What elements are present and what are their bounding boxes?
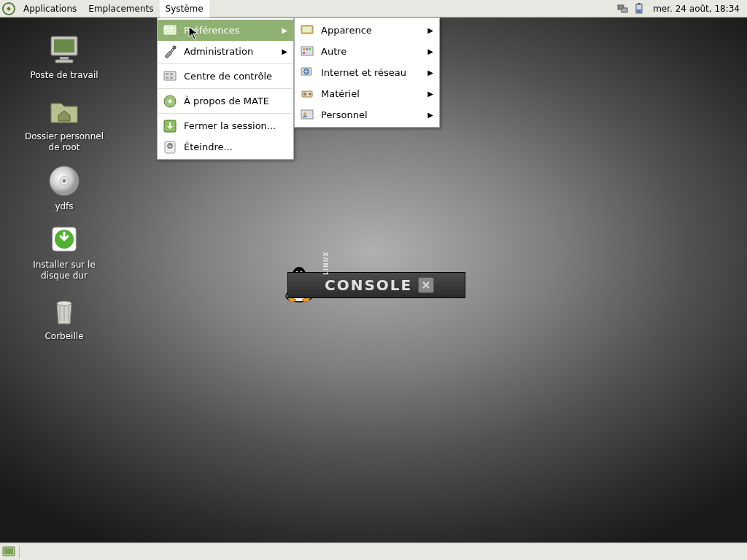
menu-separator <box>158 113 293 114</box>
preferences-submenu: Apparence ▶ Autre ▶ Internet et réseau ▶… <box>294 18 440 128</box>
internet-icon <box>299 65 315 81</box>
prefs-hardware[interactable]: Matériel ▶ <box>295 83 439 104</box>
svg-rect-7 <box>166 27 169 29</box>
svg-rect-23 <box>306 48 308 50</box>
wallpaper-strip: LINUX CONSOLE <box>287 272 465 298</box>
svg-rect-14 <box>170 77 173 79</box>
system-menu-control-center[interactable]: Centre de contrôle <box>158 66 293 87</box>
svg-rect-13 <box>166 77 169 79</box>
submenu-arrow-icon: ▶ <box>427 90 433 98</box>
menu-applications[interactable]: Applications <box>18 0 82 18</box>
svg-rect-35 <box>60 57 69 60</box>
clock-text: mer. 24 août, 18:34 <box>653 4 740 14</box>
desktop-icon-trash[interactable]: Corbeille <box>20 293 108 342</box>
logout-label: Fermer la session... <box>184 120 287 131</box>
preferences-icon <box>162 23 178 39</box>
preferences-label: Préférences <box>184 25 270 36</box>
svg-point-9 <box>173 46 176 49</box>
prefs-personal[interactable]: Personnel ▶ <box>295 104 439 125</box>
battery-icon[interactable] <box>632 2 646 15</box>
submenu-arrow-icon: ▶ <box>282 47 287 55</box>
svg-rect-22 <box>303 48 305 50</box>
appearance-icon <box>299 23 315 39</box>
desktop-icon-install[interactable]: Installer sur le disque dur <box>20 222 108 281</box>
install-label: Installer sur le disque dur <box>20 260 108 281</box>
panel-separator <box>19 545 20 559</box>
menu-separator <box>158 88 293 89</box>
about-mate-label: À propos de MATE <box>184 96 287 106</box>
system-menu-logout[interactable]: Fermer la session... <box>158 115 293 136</box>
panel-clock[interactable]: mer. 24 août, 18:34 <box>649 4 744 14</box>
trash-icon <box>47 293 82 328</box>
system-menu-shutdown[interactable]: Éteindre... <box>158 136 293 158</box>
computer-label: Poste de travail <box>20 70 108 81</box>
menu-places-label: Emplacements <box>88 4 153 14</box>
disc-icon <box>47 163 82 198</box>
desktop-icon-ydfs[interactable]: ydfs <box>20 163 108 212</box>
submenu-arrow-icon: ▶ <box>427 111 433 119</box>
prefs-internet[interactable]: Internet et réseau ▶ <box>295 62 439 83</box>
menu-system[interactable]: Système <box>160 0 209 18</box>
top-panel: Applications Emplacements Système mer. 2… <box>0 0 747 18</box>
menu-places[interactable]: Emplacements <box>82 0 159 18</box>
svg-rect-34 <box>54 39 74 52</box>
personal-label: Personnel <box>321 109 416 120</box>
svg-rect-5 <box>637 9 641 12</box>
other-label: Autre <box>321 46 416 57</box>
svg-rect-12 <box>170 73 173 75</box>
show-desktop-button[interactable] <box>0 543 18 561</box>
home-folder-icon <box>47 93 82 128</box>
desktop-icon-home[interactable]: Dossier personnel de root <box>20 93 108 153</box>
ydfs-label: ydfs <box>20 201 108 212</box>
internet-label: Internet et réseau <box>321 67 416 78</box>
hardware-label: Matériel <box>321 88 416 99</box>
administration-label: Administration <box>184 46 270 57</box>
svg-rect-20 <box>303 27 311 32</box>
system-menu-administration[interactable]: Administration ▶ <box>158 41 293 62</box>
svg-point-39 <box>63 179 66 183</box>
trash-label: Corbeille <box>20 331 108 342</box>
svg-rect-11 <box>166 73 169 75</box>
menu-separator <box>158 63 293 64</box>
administration-icon <box>162 44 178 60</box>
submenu-arrow-icon: ▶ <box>427 47 433 55</box>
svg-rect-8 <box>170 27 173 29</box>
svg-rect-51 <box>4 548 13 554</box>
system-menu-preferences[interactable]: Préférences ▶ <box>158 20 293 41</box>
hardware-icon <box>299 86 315 102</box>
svg-rect-4 <box>638 3 640 4</box>
prefs-other[interactable]: Autre ▶ <box>295 41 439 62</box>
network-icon[interactable] <box>616 2 630 15</box>
control-center-icon <box>162 69 178 85</box>
wallpaper-small-text: LINUX <box>323 252 330 275</box>
submenu-arrow-icon: ▶ <box>427 26 433 34</box>
system-tray: mer. 24 août, 18:34 <box>616 2 747 15</box>
distro-logo-icon[interactable] <box>0 0 18 18</box>
about-mate-icon <box>162 93 178 109</box>
submenu-arrow-icon: ▶ <box>282 26 287 34</box>
svg-point-32 <box>303 112 306 115</box>
install-icon <box>47 222 82 257</box>
wallpaper-big-text: CONSOLE <box>325 276 412 294</box>
svg-rect-25 <box>303 52 305 54</box>
wallpaper-badge-icon <box>418 277 434 293</box>
logout-icon <box>162 118 178 134</box>
system-menu-about-mate[interactable]: À propos de MATE <box>158 90 293 112</box>
desktop-icon-computer[interactable]: Poste de travail <box>20 32 108 81</box>
control-center-label: Centre de contrôle <box>184 71 287 82</box>
bottom-panel <box>0 542 747 560</box>
menu-applications-label: Applications <box>23 4 77 14</box>
svg-rect-21 <box>301 47 313 55</box>
appearance-label: Apparence <box>321 25 416 36</box>
svg-point-30 <box>309 93 311 95</box>
menu-system-label: Système <box>166 4 204 14</box>
submenu-arrow-icon: ▶ <box>427 69 433 77</box>
svg-rect-36 <box>55 60 73 63</box>
prefs-appearance[interactable]: Apparence ▶ <box>295 20 439 41</box>
personal-icon <box>299 107 315 123</box>
svg-point-42 <box>57 301 71 306</box>
svg-rect-31 <box>301 110 313 119</box>
svg-rect-24 <box>309 48 311 50</box>
shutdown-icon <box>162 139 178 155</box>
wallpaper-logo: LINUX CONSOLE <box>287 268 465 302</box>
